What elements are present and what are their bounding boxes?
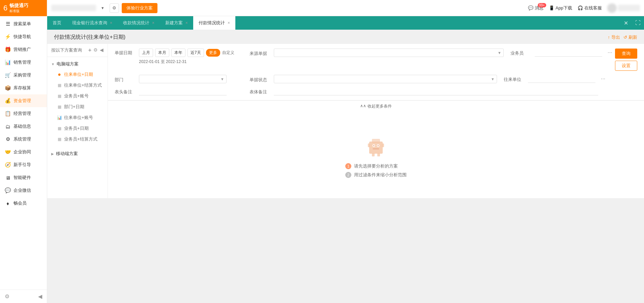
member-icon: ♦: [5, 200, 11, 206]
tab-bank-flow[interactable]: 现金银行流水查询 ×: [67, 16, 118, 30]
tab-close-receipt-stats[interactable]: ×: [152, 21, 154, 25]
sidebar-item-wechat[interactable]: 💬 企业微信: [0, 184, 47, 197]
date-btn-more[interactable]: 更多: [206, 49, 220, 57]
tab-receipt-stats[interactable]: 收款情况统计 ×: [118, 16, 160, 30]
scheme-item-3[interactable]: ▦ 部门+日期: [47, 101, 108, 112]
company-dropdown-icon[interactable]: ▾: [99, 4, 107, 12]
filter-section: 单据日期 上月 本月 本年 近7天 更多 自定义 20: [108, 44, 644, 100]
date-btn-this-month[interactable]: 本月: [155, 49, 169, 57]
sidebar-item-label: 新手引导: [13, 162, 31, 168]
sidebar-item-label: 快捷导航: [13, 34, 31, 40]
sidebar-item-search-menu[interactable]: ☰ 搜索菜单: [0, 18, 47, 30]
export-btn[interactable]: ↑ 导出: [608, 34, 620, 40]
scheme-collapse-icon[interactable]: ◀: [100, 47, 104, 53]
scheme-item-label: 部门+日期: [64, 104, 84, 110]
tab-payment-stats[interactable]: 付款情况统计 ×: [193, 16, 235, 30]
tab-close-new-scheme[interactable]: ×: [185, 21, 188, 25]
scheme-item-5[interactable]: ▦ 业务员+日期: [47, 123, 108, 134]
sidebar-item-label: 采购管理: [13, 72, 31, 78]
scheme-item-6[interactable]: ▦ 业务员+结算方式: [47, 134, 108, 145]
tab-home[interactable]: 首页: [47, 16, 67, 30]
scheme-add-icon[interactable]: +: [88, 47, 91, 53]
svg-point-5: [378, 145, 379, 146]
sidebar-item-label: 经营管理: [13, 111, 31, 117]
sidebar-item-capital[interactable]: 💰 资金管理: [0, 94, 47, 107]
scheme-item-0[interactable]: ● 往来单位+日期: [47, 69, 108, 80]
header-note-input[interactable]: [139, 87, 227, 95]
query-btn[interactable]: 查询: [615, 49, 637, 59]
sidebar-item-label: 营销推广: [13, 47, 31, 53]
scheme-section-desktop: ▼ 电脑端方案 ● 往来单位+日期 ▦ 往来单位+结算方式 ▦ 业务员+账号: [47, 57, 108, 147]
counterpart-dots-icon[interactable]: ···: [601, 76, 605, 82]
sidebar-item-inventory[interactable]: 📦 库存核算: [0, 82, 47, 94]
header-note-label: 表头备注: [115, 88, 136, 95]
sidebar-item-guide[interactable]: 🧭 新手引导: [0, 158, 47, 171]
scheme-item-1[interactable]: ▦ 往来单位+结算方式: [47, 80, 108, 91]
date-custom-label[interactable]: 自定义: [222, 50, 234, 56]
tab-close-payment-stats[interactable]: ×: [228, 21, 230, 25]
tab-maximize-btn[interactable]: ⛶: [632, 16, 644, 30]
sidebar-item-cooperation[interactable]: 🤝 企业协同: [0, 146, 47, 158]
doc-status-select[interactable]: ▾: [274, 75, 497, 83]
salesperson-dots-icon[interactable]: ···: [608, 50, 612, 56]
tab-new-scheme[interactable]: 新建方案 ×: [160, 16, 193, 30]
set-btn[interactable]: 设置: [615, 61, 637, 71]
section-expand-icon: ▼: [51, 62, 55, 66]
scheme-item-label: 业务员+结算方式: [64, 136, 97, 142]
header-gear-btn[interactable]: ⚙: [110, 3, 119, 13]
scheme-item-icon-2: ▦: [57, 93, 62, 99]
body-note-input[interactable]: [274, 87, 598, 95]
body-note-label: 表体备注: [250, 88, 271, 95]
messages-btn[interactable]: 💬 消息 99+: [528, 5, 544, 11]
scheme-header-actions: + ⚙ ◀: [88, 47, 104, 53]
date-btn-this-year[interactable]: 本年: [171, 49, 185, 57]
sidebar-item-system[interactable]: ⚙ 系统管理: [0, 133, 47, 146]
scheme-panel: 按以下方案查询 + ⚙ ◀ ▼ 电脑端方案 ●: [47, 44, 108, 198]
footer-collapse-icon[interactable]: ◀: [38, 293, 42, 300]
online-service-btn[interactable]: 🎧 在线客服: [578, 5, 602, 11]
section-label: 电脑端方案: [57, 61, 79, 67]
right-panel: 单据日期 上月 本月 本年 近7天 更多 自定义 20: [108, 44, 644, 198]
tab-close-all-btn[interactable]: ✕: [620, 16, 632, 30]
app-download-btn[interactable]: 📱 App下载: [549, 5, 572, 11]
user-avatar[interactable]: user: [607, 3, 640, 13]
svg-rect-10: [377, 153, 380, 156]
main-area: company ▾ ⚙ 体验行业方案 💬 消息 99+ 📱 App下载 🎧 在线…: [47, 0, 644, 303]
doc-status-arrow: ▾: [492, 77, 494, 82]
dept-select[interactable]: ▾: [139, 75, 227, 83]
date-btn-7days[interactable]: 近7天: [187, 49, 204, 57]
sidebar-item-basic[interactable]: 🗂 基础信息: [0, 120, 47, 133]
scheme-section-mobile-header[interactable]: ▶ 移动端方案: [47, 149, 108, 159]
trial-industry-btn[interactable]: 体验行业方案: [122, 3, 157, 13]
sidebar-item-hardware[interactable]: 🖥 智能硬件: [0, 171, 47, 184]
salesperson-input[interactable]: [535, 49, 602, 57]
marketing-icon: 🎁: [5, 47, 11, 53]
sidebar-item-label: 资金管理: [13, 98, 31, 104]
scheme-item-label: 往来单位+日期: [64, 71, 93, 78]
sidebar-item-quick-nav[interactable]: ⚡ 快捷导航: [0, 30, 47, 43]
scheme-item-4[interactable]: 📊 往来单位+账号: [47, 112, 108, 123]
sidebar-item-sales[interactable]: 📊 销售管理: [0, 56, 47, 69]
tab-close-bank-flow[interactable]: ×: [110, 21, 112, 25]
footer-settings-icon[interactable]: ⚙: [5, 293, 9, 300]
scheme-item-2[interactable]: ▦ 业务员+账号: [47, 91, 108, 101]
sidebar-logo-sub: 标准版: [9, 9, 28, 13]
sidebar-item-purchase[interactable]: 🛒 采购管理: [0, 69, 47, 82]
source-doc-select[interactable]: ▾: [274, 49, 504, 57]
refresh-btn[interactable]: ↺ 刷新: [623, 34, 637, 40]
sidebar-item-member[interactable]: ♦ 畅会员: [0, 197, 47, 210]
content-area: 按以下方案查询 + ⚙ ◀ ▼ 电脑端方案 ●: [47, 43, 644, 198]
scheme-item-label: 业务员+日期: [64, 125, 89, 131]
counterpart-input[interactable]: [528, 75, 595, 83]
sidebar-item-label: 系统管理: [13, 136, 31, 142]
sidebar-item-marketing[interactable]: 🎁 营销推广: [0, 43, 47, 56]
scheme-section-desktop-header[interactable]: ▼ 电脑端方案: [47, 59, 108, 69]
messages-badge: 99+: [538, 3, 546, 7]
sidebar-item-operation[interactable]: 📋 经营管理: [0, 107, 47, 120]
date-btn-last-month[interactable]: 上月: [139, 49, 153, 57]
scheme-settings-icon[interactable]: ⚙: [93, 47, 98, 53]
sidebar-item-label: 企业协同: [13, 149, 31, 155]
system-icon: ⚙: [5, 136, 11, 142]
collapse-bar[interactable]: ∧∧ 收起更多条件: [108, 100, 644, 112]
header-right: 💬 消息 99+ 📱 App下载 🎧 在线客服 user: [528, 3, 640, 13]
